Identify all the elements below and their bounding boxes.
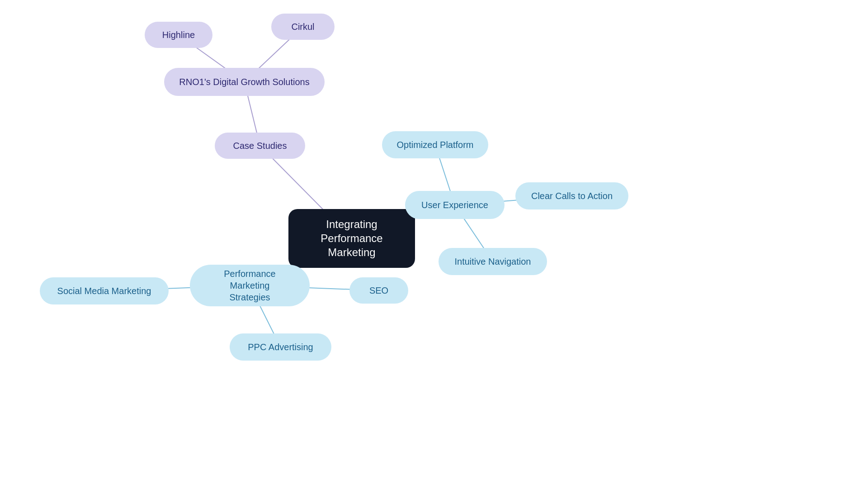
- optimized-platform-node[interactable]: Optimized Platform: [382, 131, 488, 158]
- case-studies-node[interactable]: Case Studies: [215, 133, 305, 159]
- perf-marketing-label: Performance Marketing Strategies: [203, 268, 296, 303]
- case-studies-label: Case Studies: [233, 140, 287, 152]
- center-node[interactable]: Integrating Performance Marketing: [288, 209, 415, 268]
- intuitive-nav-label: Intuitive Navigation: [455, 256, 531, 267]
- ppc-label: PPC Advertising: [248, 341, 313, 353]
- cirkul-label: Cirkul: [291, 21, 314, 33]
- ppc-node[interactable]: PPC Advertising: [230, 333, 331, 361]
- rno1-label: RNO1's Digital Growth Solutions: [179, 76, 309, 88]
- user-experience-label: User Experience: [421, 199, 488, 211]
- rno1-node[interactable]: RNO1's Digital Growth Solutions: [164, 68, 325, 96]
- user-experience-node[interactable]: User Experience: [405, 191, 505, 219]
- clear-calls-node[interactable]: Clear Calls to Action: [515, 182, 628, 209]
- seo-label: SEO: [369, 285, 388, 296]
- social-media-node[interactable]: Social Media Marketing: [40, 277, 169, 304]
- center-label: Integrating Performance Marketing: [302, 217, 401, 260]
- intuitive-nav-node[interactable]: Intuitive Navigation: [439, 248, 547, 275]
- highline-node[interactable]: Highline: [145, 22, 212, 48]
- social-media-label: Social Media Marketing: [57, 285, 151, 297]
- cirkul-node[interactable]: Cirkul: [271, 14, 335, 40]
- perf-marketing-node[interactable]: Performance Marketing Strategies: [190, 265, 310, 306]
- optimized-platform-label: Optimized Platform: [396, 139, 473, 151]
- highline-label: Highline: [162, 29, 195, 41]
- seo-node[interactable]: SEO: [349, 277, 408, 304]
- clear-calls-label: Clear Calls to Action: [531, 190, 613, 202]
